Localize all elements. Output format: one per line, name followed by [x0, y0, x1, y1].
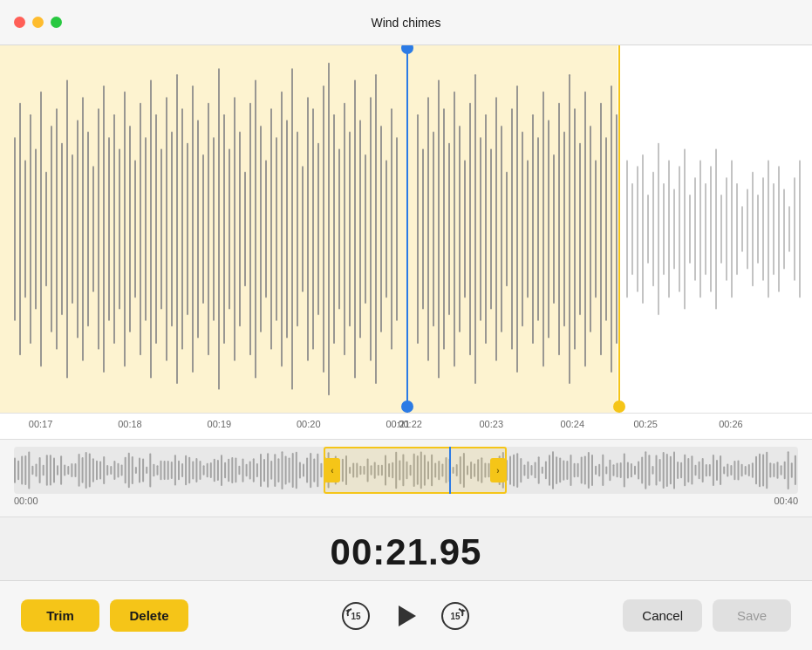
svg-rect-102	[563, 132, 565, 327]
svg-rect-112	[616, 114, 618, 344]
svg-rect-167	[85, 452, 87, 489]
play-button[interactable]	[389, 599, 422, 633]
mini-selection-left-handle[interactable]: ‹	[324, 458, 340, 482]
svg-rect-92	[511, 108, 513, 349]
svg-rect-198	[195, 458, 197, 482]
trim-marker-bottom-handle[interactable]	[613, 400, 625, 413]
trim-marker-line[interactable]	[618, 45, 620, 413]
svg-rect-2	[24, 161, 26, 298]
svg-rect-141	[773, 183, 774, 275]
minimize-button[interactable]	[32, 17, 44, 28]
svg-rect-147	[14, 457, 16, 482]
svg-rect-357	[762, 455, 764, 487]
rewind-button[interactable]: 15	[340, 600, 372, 632]
svg-rect-55	[302, 166, 304, 292]
mini-selection-region[interactable]: ‹ ›	[324, 447, 507, 494]
svg-rect-219	[270, 461, 272, 480]
svg-rect-107	[590, 126, 591, 332]
svg-rect-160	[60, 455, 62, 484]
mini-waveform[interactable]: ‹ ›	[14, 447, 798, 494]
mini-time-start: 00:00	[14, 496, 38, 506]
svg-rect-82	[459, 126, 461, 332]
play-icon	[390, 600, 421, 632]
playhead-line[interactable]	[406, 45, 408, 413]
svg-rect-166	[82, 457, 84, 483]
svg-rect-225	[292, 453, 294, 488]
svg-rect-168	[89, 453, 91, 487]
bottom-toolbar: Trim Delete 15 15	[0, 580, 812, 650]
svg-marker-369	[399, 606, 416, 626]
svg-rect-64	[349, 132, 351, 327]
svg-rect-48	[265, 161, 267, 298]
svg-rect-88	[490, 148, 492, 309]
svg-rect-295	[542, 467, 543, 474]
svg-rect-354	[752, 462, 754, 478]
svg-rect-84	[469, 103, 471, 355]
window-controls	[14, 17, 62, 28]
svg-text:15: 15	[351, 612, 362, 621]
svg-rect-186	[153, 464, 154, 477]
right-handle-arrow-icon: ›	[496, 466, 499, 476]
svg-text:15: 15	[451, 612, 461, 621]
svg-rect-98	[542, 92, 544, 367]
svg-rect-294	[538, 456, 540, 484]
playhead-bottom-handle[interactable]	[401, 400, 413, 413]
mini-playhead[interactable]	[449, 447, 451, 494]
delete-button[interactable]: Delete	[110, 599, 188, 632]
svg-rect-318	[624, 453, 625, 487]
svg-rect-34	[192, 86, 194, 373]
svg-rect-333	[677, 462, 679, 479]
svg-rect-334	[680, 462, 682, 478]
forward-button[interactable]: 15	[440, 600, 471, 632]
cancel-button[interactable]: Cancel	[623, 599, 702, 632]
svg-rect-319	[627, 462, 629, 479]
trim-button[interactable]: Trim	[21, 599, 99, 632]
svg-rect-330	[666, 454, 668, 487]
svg-rect-231	[313, 458, 315, 482]
svg-rect-123	[679, 166, 680, 292]
svg-rect-129	[710, 166, 712, 292]
svg-rect-343	[713, 455, 714, 486]
svg-rect-117	[647, 195, 649, 263]
svg-rect-145	[794, 177, 795, 280]
svg-rect-355	[755, 456, 757, 484]
svg-rect-26	[150, 79, 152, 378]
svg-rect-226	[296, 452, 297, 489]
svg-rect-174	[110, 466, 112, 475]
svg-rect-213	[249, 462, 251, 480]
main-waveform[interactable]	[0, 45, 812, 413]
svg-rect-344	[716, 460, 718, 481]
svg-rect-54	[297, 132, 298, 327]
svg-rect-304	[574, 463, 576, 478]
time-ruler: 00:17 00:18 00:19 00:20 00:21 00:22 00:2…	[0, 413, 812, 439]
svg-rect-176	[118, 463, 119, 478]
save-button: Save	[713, 599, 791, 632]
svg-rect-184	[146, 467, 147, 474]
svg-rect-66	[359, 120, 361, 339]
svg-rect-149	[21, 456, 23, 485]
svg-rect-68	[370, 97, 372, 361]
svg-rect-39	[218, 68, 220, 389]
svg-rect-291	[527, 462, 529, 479]
svg-rect-27	[155, 114, 157, 344]
svg-rect-108	[595, 161, 597, 298]
mini-selection-right-handle[interactable]: ›	[490, 458, 506, 482]
svg-rect-341	[706, 464, 707, 476]
close-button[interactable]	[14, 17, 25, 28]
svg-rect-40	[223, 114, 225, 344]
svg-rect-155	[43, 465, 44, 476]
svg-rect-172	[103, 456, 105, 484]
svg-rect-18	[108, 137, 110, 321]
svg-rect-95	[527, 161, 529, 298]
svg-rect-52	[286, 120, 288, 339]
svg-rect-115	[637, 166, 638, 292]
svg-rect-146	[799, 161, 801, 298]
svg-rect-93	[516, 86, 518, 373]
svg-rect-0	[14, 137, 16, 321]
svg-rect-30	[171, 132, 173, 327]
svg-rect-366	[795, 455, 796, 485]
svg-rect-179	[128, 453, 130, 488]
maximize-button[interactable]	[51, 17, 62, 28]
svg-rect-338	[695, 465, 697, 476]
svg-rect-317	[620, 462, 622, 478]
